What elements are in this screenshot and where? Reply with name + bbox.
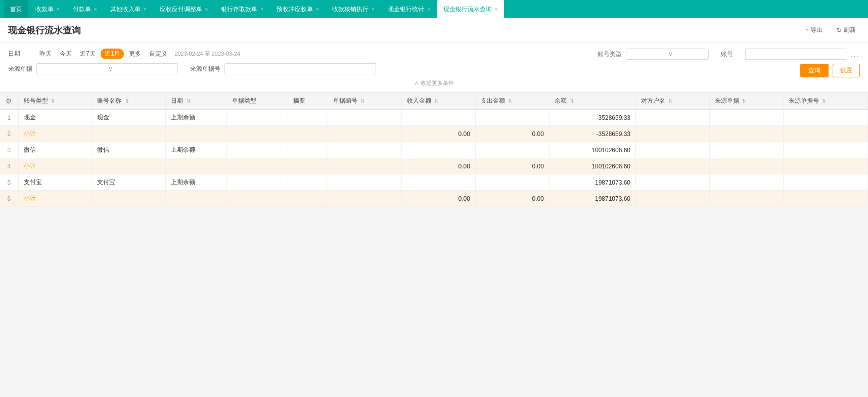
page-header: 现金银行流水查询 ↑ 导出 ↻ 刷新 [0,18,868,42]
main-table: ⚙ 账号类型 ⇅ 账号名称 ⇅ 日期 ⇅ 单据类型 摘要 [0,93,868,207]
source-doc-no-label: 来源单据号 [190,65,220,73]
col-balance[interactable]: 余额 ⇅ [549,93,635,110]
nav-tab-yushouchong-label: 预收冲应收单 [277,5,313,14]
date-label: 日期 [8,50,28,58]
nav-tab-home[interactable]: 首页 [4,0,28,18]
cell-doc-no [328,110,401,126]
table-row: 5支付宝支付宝上期余额19871073.60 [0,174,868,191]
source-doc-no-input[interactable] [224,63,376,74]
nav-tab-shoukuanhexiao-label: 收款核销执行 [332,5,369,14]
cell-doc-no [328,142,401,158]
nav-tab-yinhangcunqu[interactable]: 银行存取款单 × [215,0,269,18]
col-source-doc[interactable]: 来源单据 ⇅ [710,93,784,110]
close-icon[interactable]: × [144,7,147,12]
source-doc-group: 来源单据 ∨ [8,63,178,74]
gear-icon[interactable]: ⚙ [6,97,12,105]
query-button[interactable]: 查询 [800,64,829,77]
cell-account-name: 现金 [92,110,166,126]
col-date[interactable]: 日期 ⇅ [166,93,227,110]
date-option-1month[interactable]: 近1月 [101,49,124,59]
date-option-yesterday[interactable]: 昨天 [36,49,55,59]
cell-counterparty [636,174,710,191]
cell-source-doc [710,110,784,126]
nav-tab-qitashouru-label: 其他收入单 [110,5,141,14]
source-doc-label: 来源单据 [8,65,32,73]
cell-summary [288,174,328,191]
account-type-select[interactable]: ∨ [626,49,709,60]
account-dots-button[interactable]: ... [850,50,860,59]
settings-button[interactable]: 设置 [833,64,860,77]
close-icon[interactable]: × [372,7,375,12]
cell-account-name [92,126,166,142]
cell-date [166,191,227,207]
col-account-type[interactable]: 账号类型 ⇅ [18,93,92,110]
cell-date: 上期余额 [166,110,227,126]
export-label: 导出 [810,26,823,34]
cell-account-type: 支付宝 [18,174,92,191]
export-button[interactable]: ↑ 导出 [801,24,827,36]
cell-doc-no [328,191,401,207]
nav-tab-shoukuan[interactable]: 收款单 × [29,0,66,18]
row-number: 1 [0,110,18,126]
cell-source-doc [710,158,784,174]
cell-source-doc [710,142,784,158]
table-row: 4小计0.000.00100102606.60 [0,158,868,174]
cell-doc-type [227,191,288,207]
export-icon: ↑ [805,27,808,34]
close-icon[interactable]: × [316,7,319,12]
nav-tab-fukuan[interactable]: 付款单 × [67,0,103,18]
nav-tab-liushui[interactable]: 现金银行流水查询 × [437,0,504,18]
col-doc-no[interactable]: 单据编号 ⇅ [328,93,401,110]
cell-doc-type [227,126,288,142]
nav-tab-tongji[interactable]: 现金银行统计 × [382,0,436,18]
col-counterparty-label: 对方户名 [641,97,665,104]
cell-balance: 19871073.60 [549,191,635,207]
col-income[interactable]: 收入金额 ⇅ [401,93,475,110]
refresh-button[interactable]: ↻ 刷新 [833,24,860,36]
close-icon[interactable]: × [495,7,498,12]
date-option-today[interactable]: 今天 [57,49,75,59]
nav-tab-yinhangcunqu-label: 银行存取款单 [221,5,257,14]
col-account-name[interactable]: 账号名称 ⇅ [92,93,166,110]
close-icon[interactable]: × [260,7,263,12]
account-label: 账号 [721,50,741,59]
nav-tab-tongji-label: 现金银行统计 [388,5,424,14]
nav-tab-yushouchong[interactable]: 预收冲应收单 × [270,0,325,18]
col-expense[interactable]: 支出金额 ⇅ [475,93,549,110]
col-settings[interactable]: ⚙ [0,93,18,110]
cell-income: 0.00 [401,158,475,174]
collapse-bar[interactable]: ∧ 收起更多条件 [8,77,860,88]
cell-source-doc-no [783,110,867,126]
account-input[interactable] [745,49,846,60]
date-option-more[interactable]: 更多 [126,49,144,59]
col-source-doc-no[interactable]: 来源单据号 ⇅ [783,93,867,110]
close-icon[interactable]: × [205,7,208,12]
col-counterparty[interactable]: 对方户名 ⇅ [636,93,710,110]
nav-tab-qitashouru[interactable]: 其他收入单 × [104,0,153,18]
col-source-doc-no-label: 来源单据号 [789,97,819,104]
cell-summary [288,142,328,158]
close-icon[interactable]: × [57,7,60,12]
date-option-7days[interactable]: 近7天 [77,49,99,59]
source-doc-select[interactable]: ∨ [36,63,178,74]
cell-account-name: 微信 [92,142,166,158]
col-date-label: 日期 [171,97,183,104]
nav-tab-shoukuanhexiao[interactable]: 收款核销执行 × [326,0,381,18]
cell-account-name [92,191,166,207]
col-summary: 摘要 [288,93,328,110]
cell-doc-type [227,142,288,158]
cell-date: 上期余额 [166,142,227,158]
nav-tab-yingshouyingfu[interactable]: 应收应付调整单 × [154,0,214,18]
sort-icon: ⇅ [742,98,746,104]
close-icon[interactable]: × [94,7,97,12]
cell-source-doc [710,191,784,207]
cell-expense: 0.00 [475,191,549,207]
close-icon[interactable]: × [427,7,430,12]
date-option-custom[interactable]: 自定义 [146,49,170,59]
row-number: 4 [0,158,18,174]
filter-area: 日期 昨天 今天 近7天 近1月 更多 自定义 2023-02-24 至 202… [0,42,868,93]
date-options: 昨天 今天 近7天 近1月 更多 自定义 2023-02-24 至 2023-0… [36,49,240,59]
col-doc-type: 单据类型 [227,93,288,110]
cell-source-doc-no [783,174,867,191]
cell-source-doc-no [783,126,867,142]
